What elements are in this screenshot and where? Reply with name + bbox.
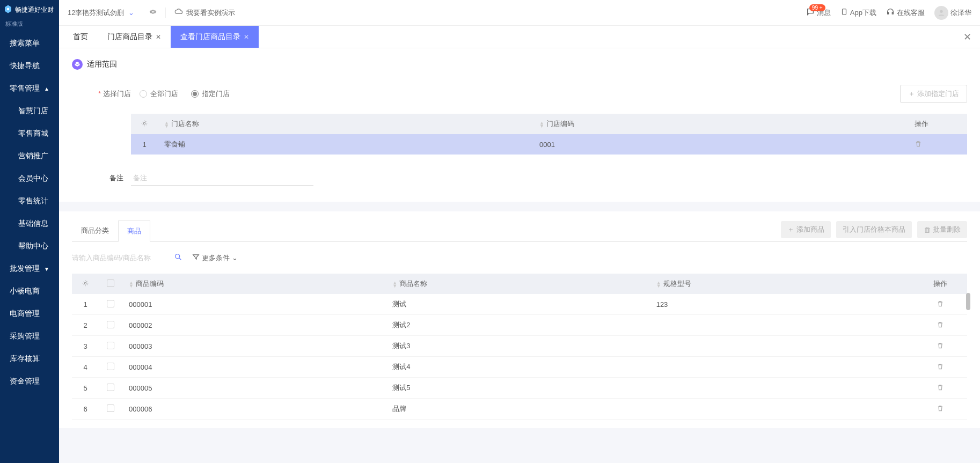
tab-goods[interactable]: 商品	[118, 221, 150, 242]
scrollbar-thumb[interactable]	[966, 293, 970, 310]
sidebar-item[interactable]: 采购管理	[0, 325, 59, 348]
goods-search-input[interactable]	[72, 252, 169, 264]
avatar	[934, 6, 948, 20]
goods-code-cell: 000002	[122, 315, 386, 336]
demo-link[interactable]: 我要看实例演示	[174, 8, 235, 18]
sidebar-item[interactable]: 搜索菜单	[0, 32, 59, 55]
sidebar-item[interactable]: 批发管理▼	[0, 258, 59, 280]
sidebar-item[interactable]: 库存核算	[0, 348, 59, 370]
table-row[interactable]: 1 零食铺 0001	[131, 134, 967, 155]
remark-input[interactable]	[131, 171, 313, 186]
svg-rect-1	[842, 9, 846, 15]
svg-point-3	[143, 122, 145, 124]
svg-point-4	[175, 254, 180, 259]
sidebar-item[interactable]: 零售管理▲	[0, 77, 59, 100]
close-icon[interactable]: ✕	[244, 33, 249, 41]
goods-code-header[interactable]: ▲▼商品编码	[122, 274, 386, 294]
sidebar-item[interactable]: 智慧门店	[0, 100, 59, 122]
batch-delete-button[interactable]: 🗑批量删除	[917, 221, 967, 238]
sidebar-item-label: 电商管理	[10, 309, 40, 319]
service-button[interactable]: 在线客服	[886, 8, 925, 18]
sidebar-item[interactable]: 帮助中心	[0, 235, 59, 258]
table-row[interactable]: 5 000005 测试5	[72, 378, 967, 399]
table-row[interactable]: 4 000004 测试4	[72, 357, 967, 378]
more-conditions-button[interactable]: 更多条件 ⌄	[192, 253, 238, 263]
close-all-tabs-button[interactable]: ✕	[959, 31, 976, 43]
plus-icon: ＋	[908, 89, 915, 99]
select-all-checkbox[interactable]	[99, 274, 122, 294]
sidebar-item[interactable]: 电商管理	[0, 303, 59, 325]
sidebar-item[interactable]: 营销推广	[0, 145, 59, 167]
trash-icon[interactable]	[937, 343, 944, 351]
row-checkbox[interactable]	[99, 315, 122, 336]
table-row[interactable]: 6 000006 品牌	[72, 399, 967, 420]
filter-icon	[192, 253, 200, 262]
trash-icon[interactable]	[937, 301, 944, 309]
sidebar-item[interactable]: 小畅电商	[0, 280, 59, 303]
tab[interactable]: 首页	[63, 26, 98, 48]
sidebar-item[interactable]: 零售统计	[0, 190, 59, 212]
goods-spec-cell	[650, 378, 913, 399]
sidebar-item[interactable]: 零售商城	[0, 122, 59, 145]
sidebar: 畅捷通好业财 标准版 搜索菜单快捷导航零售管理▲智慧门店零售商城营销推广会员中心…	[0, 0, 59, 463]
add-store-button[interactable]: ＋ 添加指定门店	[900, 85, 967, 103]
row-action	[913, 336, 967, 357]
tabbar: 首页门店商品目录✕查看门店商品目录✕ ✕	[59, 26, 980, 48]
row-checkbox[interactable]	[99, 378, 122, 399]
goods-spec-cell: 123	[650, 294, 913, 315]
remark-label: 备注	[109, 173, 123, 183]
close-icon[interactable]: ✕	[156, 33, 161, 41]
goods-spec-cell	[650, 357, 913, 378]
trash-icon[interactable]	[915, 141, 922, 149]
trash-icon[interactable]	[937, 385, 944, 393]
sidebar-item[interactable]: 基础信息	[0, 212, 59, 235]
sidebar-item[interactable]: 快捷导航	[0, 55, 59, 77]
org-selector[interactable]: 12李艳芬测试勿删 ⌄	[68, 8, 145, 18]
sort-icon: ▲▼	[164, 121, 169, 128]
table-row[interactable]: 3 000003 测试3	[72, 336, 967, 357]
row-index: 1	[72, 294, 99, 315]
import-goods-button[interactable]: 引入门店价格本商品	[836, 221, 912, 238]
goods-spec-header[interactable]: ▲▼规格型号	[650, 274, 913, 294]
tab-category[interactable]: 商品分类	[72, 220, 118, 241]
gear-column-header[interactable]	[131, 114, 158, 134]
user-menu[interactable]: 徐泽华	[934, 6, 971, 20]
tab[interactable]: 查看门店商品目录✕	[171, 26, 259, 48]
table-row[interactable]: 1 000001 测试 123	[72, 294, 967, 315]
content: 适用范围 *选择门店 全部门店 指定门店	[59, 48, 980, 463]
row-action	[913, 399, 967, 420]
row-checkbox[interactable]	[99, 294, 122, 315]
radio-specified-stores[interactable]: 指定门店	[191, 89, 230, 99]
trash-icon[interactable]	[937, 364, 944, 372]
sidebar-item-label: 库存核算	[10, 354, 40, 364]
sidebar-item[interactable]: 资金管理	[0, 370, 59, 393]
store-code-header[interactable]: ▲▼门店编码	[533, 114, 908, 134]
row-checkbox[interactable]	[99, 357, 122, 378]
svg-point-2	[940, 10, 942, 12]
trash-icon[interactable]	[937, 322, 944, 330]
store-name-header[interactable]: ▲▼门店名称	[158, 114, 533, 134]
message-button[interactable]: 99 + 消息	[806, 8, 831, 18]
tab-label: 查看门店商品目录	[180, 32, 240, 42]
download-button[interactable]: App下载	[840, 8, 876, 18]
sort-icon: ▲▼	[539, 121, 544, 128]
row-checkbox[interactable]	[99, 399, 122, 420]
sidebar-item-label: 资金管理	[10, 377, 40, 386]
goods-name-header[interactable]: ▲▼商品名称	[386, 274, 649, 294]
plus-icon: ＋	[787, 225, 794, 234]
gear-column-header[interactable]	[72, 274, 99, 294]
radio-all-stores[interactable]: 全部门店	[140, 89, 178, 99]
phone-icon	[840, 8, 848, 18]
add-goods-button[interactable]: ＋添加商品	[781, 221, 831, 238]
sidebar-item[interactable]: 会员中心	[0, 167, 59, 190]
search-icon[interactable]	[174, 253, 182, 263]
cloud-icon	[174, 8, 183, 18]
sort-icon: ▲▼	[129, 281, 134, 288]
sidebar-item-label: 营销推广	[18, 151, 48, 161]
trash-icon[interactable]	[937, 406, 944, 414]
scope-icon	[72, 59, 83, 70]
tab[interactable]: 门店商品目录✕	[98, 26, 171, 48]
row-checkbox[interactable]	[99, 336, 122, 357]
table-row[interactable]: 2 000002 测试2	[72, 315, 967, 336]
gear-icon[interactable]	[149, 8, 157, 17]
